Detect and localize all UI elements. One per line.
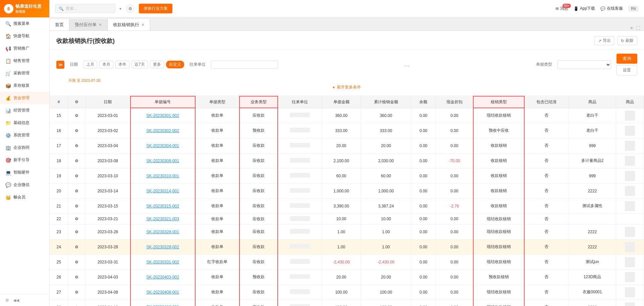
refresh-btn[interactable]: ↻ 刷新 [617,36,637,45]
table-row[interactable]: 15⚙2023-03-01SK-20230301-002收款单应收款360.00… [50,108,644,123]
maximize-icon[interactable]: ⛶ [636,26,640,30]
doc-type-select[interactable] [557,60,611,69]
sidebar-item-inventory[interactable]: 📦 库存核算 [0,79,49,92]
cell-settings-23[interactable]: ⚙ [68,224,86,239]
table-row[interactable]: 26⚙2023-04-03SK-20230403-002收款单预收款20.002… [50,269,644,285]
cell-cumulative-19: 60.00 [361,168,411,183]
cell-docno-22[interactable]: SK-20230321-003 [130,213,195,224]
cell-docno-23[interactable]: SK-20230328-001 [130,224,195,239]
cell-docno-25[interactable]: SK-20230331-002 [130,254,195,269]
table-row[interactable]: 28⚙2023-04-18SK-20230418-001收款单应收款100.00… [50,300,644,306]
sidebar-item-guide[interactable]: 🎯 新手引导 [0,154,49,166]
cell-settings-22[interactable]: ⚙ [68,213,86,224]
cell-amount-22: 10.00 [322,213,361,224]
export-btn[interactable]: ↗ 导出 [594,36,614,45]
cell-settings-18[interactable]: ⚙ [68,153,86,168]
system-icon: ⚙️ [5,133,11,138]
sidebar-item-operations[interactable]: 📊 经营管理 [0,104,49,117]
tab-collection[interactable]: 收款核销执行✕ [108,19,150,30]
cell-docno-28[interactable]: SK-20230418-001 [130,300,195,306]
cell-verifytype-23: 现结收款核销 [473,224,524,239]
date-btn-this-year[interactable]: 本年 [115,61,129,68]
topbar-search[interactable]: 🔍 搜索... [55,4,115,13]
cell-settings-25[interactable]: ⚙ [68,254,86,269]
sidebar-item-basic[interactable]: 📁 基础信息 [0,117,49,129]
app-download-btn[interactable]: 📱 App下载 [574,6,595,11]
cell-settings-16[interactable]: ⚙ [68,123,86,138]
collapse-icon[interactable]: ◀◀ [13,298,19,303]
sidebar-item-hardware[interactable]: 💻 智能硬件 [0,166,49,179]
table-row[interactable]: 17⚙2023-03-04SK-20230304-001收款单应收款20.002… [50,138,644,153]
cell-doctype-27: 收款单 [195,285,240,300]
cell-settings-19[interactable]: ⚙ [68,168,86,183]
cell-docno-16[interactable]: SK-20230302-002 [130,123,195,138]
cell-docno-19[interactable]: SK-20230310-001 [130,168,195,183]
sidebar-item-corp[interactable]: 🏢 企业协同 [0,141,49,154]
query-btn[interactable]: 查询 [616,54,637,64]
col-header-settings[interactable]: ⚙ [68,96,86,108]
cell-settings-24[interactable]: ⚙ [68,239,86,254]
partner-input[interactable] [211,61,278,69]
setting-btn[interactable]: 设置 [616,65,637,75]
close-window-icon[interactable]: ✕ [630,26,633,30]
cell-docno-20[interactable]: SK-20230314-001 [130,183,195,198]
cell-partner-19 [278,168,322,183]
table-row[interactable]: 23⚙2023-03-28SK-20230328-001收款单应收款1.001.… [50,224,644,239]
table-row[interactable]: 25⚙2023-03-31SK-20230331-002红字收款单应收款-2,4… [50,254,644,269]
cell-settings-28[interactable]: ⚙ [68,300,86,306]
date-btn-last-month[interactable]: 上月 [83,61,97,68]
cell-cumulative-15: 360.00 [361,108,411,123]
col-header-seq: # [50,96,68,108]
date-btn-more[interactable]: 更多 [150,61,164,68]
msg-btn[interactable]: ✉ 消息 99+ [555,6,568,11]
cell-docno-21[interactable]: SK-20230315-002 [130,198,195,213]
tab-close-prepay[interactable]: ✕ [99,22,102,27]
settings-btn[interactable]: ⚙ [125,4,135,13]
table-row[interactable]: 18⚙2023-03-08SK-20230308-001收款单应收款2,100.… [50,153,644,168]
sidebar-item-finance[interactable]: 💰 资金管理 [0,92,49,104]
table-row[interactable]: 19⚙2023-03-10SK-20230310-001收款单应收款60.006… [50,168,644,183]
sidebar-item-sales[interactable]: 📋 销售管理 [0,55,49,67]
user-btn[interactable]: Rit [628,6,639,12]
cell-settings-15[interactable]: ⚙ [68,108,86,123]
filter-expand-btn[interactable]: ≫ [56,61,64,69]
sidebar-item-marketing[interactable]: 📢 营销推广 [0,42,49,55]
table-row[interactable]: 27⚙2023-04-08SK-20230408-001收款单应收款100.00… [50,285,644,300]
cell-cash-discount-19: 0.00 [436,168,473,183]
date-btn-custom[interactable]: 自定义 [166,61,184,68]
cell-docno-17[interactable]: SK-20230304-001 [130,138,195,153]
service-btn[interactable]: 💬 在线客服 [600,6,623,11]
expand-conditions-btn[interactable]: ▾ 展开更多条件 [56,83,637,91]
tab-prepay[interactable]: 预付应付单✕ [69,19,108,30]
cell-settings-17[interactable]: ⚙ [68,138,86,153]
cell-partner-24 [278,239,322,254]
tab-home[interactable]: 首页 [50,19,69,30]
sidebar-item-quick-nav[interactable]: 🏠 快捷导航 [0,30,49,42]
cell-docno-27[interactable]: SK-20230408-001 [130,285,195,300]
table-row[interactable]: 20⚙2023-03-14SK-20230314-001收款单应收款1,000.… [50,183,644,198]
cell-settings-26[interactable]: ⚙ [68,269,86,285]
table-row[interactable]: 22⚙2023-03-21SK-20230321-003收款单应收款10.001… [50,213,644,224]
tab-close-collection[interactable]: ✕ [141,22,145,27]
sidebar-item-wechat[interactable]: 💬 企业微信 [0,179,49,191]
date-btn-7days[interactable]: 近7天 [131,61,148,68]
table-row[interactable]: 24⚙2023-03-28SK-20230328-002收款单应收款1.001.… [50,239,644,254]
sidebar-item-search[interactable]: 🔍 搜索菜单 [0,17,49,30]
table-row[interactable]: 16⚙2023-03-02SK-20230302-002收款单预收款333.00… [50,123,644,138]
cell-docno-18[interactable]: SK-20230308-001 [130,153,195,168]
industry-btn[interactable]: 体验行业方案 [139,4,172,13]
sidebar-item-system[interactable]: ⚙️ 系统管理 [0,129,49,141]
sidebar-item-member[interactable]: 👑 畅会员 [0,191,49,203]
settings-icon[interactable]: ⚙ [5,298,9,303]
date-btn-this-month[interactable]: 本月 [99,61,113,68]
cell-settings-21[interactable]: ⚙ [68,198,86,213]
table-row[interactable]: 21⚙2023-03-15SK-20230315-002收款单应收款3,390.… [50,198,644,213]
cell-docno-26[interactable]: SK-20230403-002 [130,269,195,285]
sidebar-item-purchase[interactable]: 🛒 采购管理 [0,67,49,79]
cell-docno-15[interactable]: SK-20230301-002 [130,108,195,123]
tab-label-collection: 收款核销执行 [113,22,139,28]
dropdown-arrow-icon[interactable]: ▾ [119,6,121,11]
cell-settings-27[interactable]: ⚙ [68,285,86,300]
cell-docno-24[interactable]: SK-20230328-002 [130,239,195,254]
cell-settings-20[interactable]: ⚙ [68,183,86,198]
